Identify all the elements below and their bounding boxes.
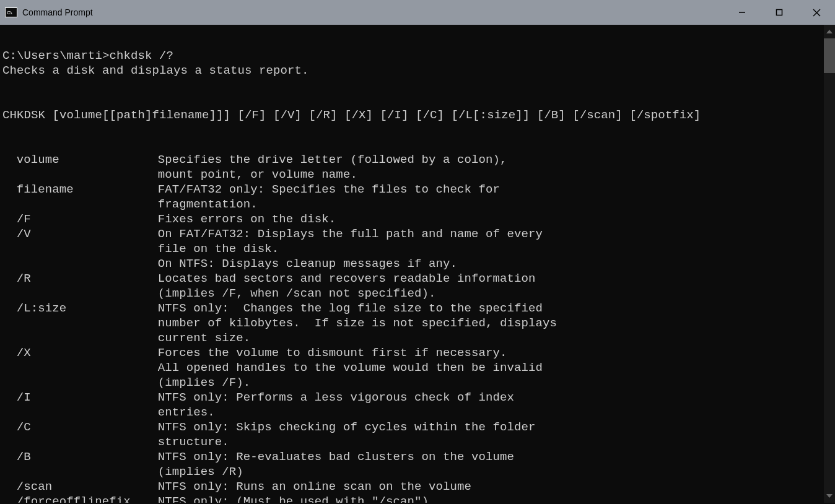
param-desc: NTFS only: Skips checking of cycles with… xyxy=(158,420,536,435)
output-syntax: CHKDSK [volume[[path]filename]]] [/F] [/… xyxy=(2,108,701,122)
param-desc-cont: entries. xyxy=(2,405,821,420)
svg-marker-4 xyxy=(826,30,833,33)
param-desc: Forces the volume to dismount first if n… xyxy=(158,345,507,360)
param-name: /B xyxy=(2,450,158,464)
param-desc-cont: file on the disk. xyxy=(2,241,821,256)
param-name: /F xyxy=(2,212,158,227)
vertical-scrollbar[interactable] xyxy=(824,25,835,503)
param-name: /X xyxy=(2,345,158,360)
param-desc-cont: mount point, or volume name. xyxy=(2,167,821,182)
param-row: filenameFAT/FAT32 only: Specifies the fi… xyxy=(2,182,821,197)
scroll-up-arrow-icon[interactable] xyxy=(824,25,835,38)
param-desc: FAT/FAT32 only: Specifies the files to c… xyxy=(158,182,500,197)
param-desc-cont: (implies /F, when /scan not specified). xyxy=(2,286,821,301)
param-row: /scanNTFS only: Runs an online scan on t… xyxy=(2,479,821,494)
param-name: /R xyxy=(2,271,158,286)
param-desc-cont: current size. xyxy=(2,331,821,345)
terminal-output[interactable]: C:\Users\marti>chkdsk /? Checks a disk a… xyxy=(0,25,824,503)
param-desc: NTFS only: Re-evaluates bad clusters on … xyxy=(158,450,514,464)
maximize-icon xyxy=(776,9,783,16)
param-name: volume xyxy=(2,152,158,167)
param-name: /C xyxy=(2,420,158,435)
svg-marker-5 xyxy=(826,494,833,498)
close-icon xyxy=(813,9,821,17)
scroll-thumb[interactable] xyxy=(824,38,835,73)
scroll-down-arrow-icon[interactable] xyxy=(824,489,835,503)
param-desc-cont: structure. xyxy=(2,435,821,450)
window-titlebar[interactable]: C:\. Command Prompt xyxy=(0,0,835,25)
param-name: filename xyxy=(2,182,158,197)
param-desc: NTFS only: Runs an online scan on the vo… xyxy=(158,479,471,494)
param-row: /XForces the volume to dismount first if… xyxy=(2,345,821,360)
param-name: /scan xyxy=(2,479,158,494)
minimize-icon xyxy=(738,9,746,16)
window-title: Command Prompt xyxy=(22,7,93,17)
param-desc-cont: (implies /F). xyxy=(2,375,821,390)
param-row: volumeSpecifies the drive letter (follow… xyxy=(2,152,821,167)
close-button[interactable] xyxy=(798,0,835,25)
param-desc: On FAT/FAT32: Displays the full path and… xyxy=(158,227,543,241)
output-description: Checks a disk and displays a status repo… xyxy=(2,64,309,77)
param-name: /forceofflinefix xyxy=(2,494,158,503)
window-controls xyxy=(724,0,835,25)
minimize-button[interactable] xyxy=(724,0,761,25)
prompt-path: C:\Users\marti> xyxy=(2,49,110,63)
param-row: /L:sizeNTFS only: Changes the log file s… xyxy=(2,301,821,316)
param-name: /I xyxy=(2,390,158,405)
param-desc: NTFS only: (Must be used with "/scan") xyxy=(158,494,429,503)
param-desc: Specifies the drive letter (followed by … xyxy=(158,152,507,167)
param-row: /INTFS only: Performs a less vigorous ch… xyxy=(2,390,821,405)
maximize-button[interactable] xyxy=(761,0,798,25)
param-desc-cont: fragmentation. xyxy=(2,197,821,212)
param-desc-cont: On NTFS: Displays cleanup messages if an… xyxy=(2,256,821,271)
param-desc: NTFS only: Performs a less vigorous chec… xyxy=(158,390,514,405)
param-desc-cont: number of kilobytes. If size is not spec… xyxy=(2,316,821,331)
prompt-command: chkdsk /? xyxy=(110,49,174,63)
param-desc-cont: (implies /R) xyxy=(2,464,821,479)
param-name: /L:size xyxy=(2,301,158,316)
svg-rect-1 xyxy=(777,10,782,15)
cmd-icon: C:\. xyxy=(5,7,17,17)
param-row: /FFixes errors on the disk. xyxy=(2,212,821,227)
param-name: /V xyxy=(2,227,158,241)
param-desc-cont: All opened handles to the volume would t… xyxy=(2,360,821,375)
param-row: /CNTFS only: Skips checking of cycles wi… xyxy=(2,420,821,435)
param-desc: Fixes errors on the disk. xyxy=(158,212,336,227)
param-row: /forceofflinefixNTFS only: (Must be used… xyxy=(2,494,821,503)
param-row: /RLocates bad sectors and recovers reada… xyxy=(2,271,821,286)
param-row: /BNTFS only: Re-evaluates bad clusters o… xyxy=(2,450,821,464)
param-desc: Locates bad sectors and recovers readabl… xyxy=(158,271,536,286)
param-desc: NTFS only: Changes the log file size to … xyxy=(158,301,543,316)
param-row: /VOn FAT/FAT32: Displays the full path a… xyxy=(2,227,821,241)
